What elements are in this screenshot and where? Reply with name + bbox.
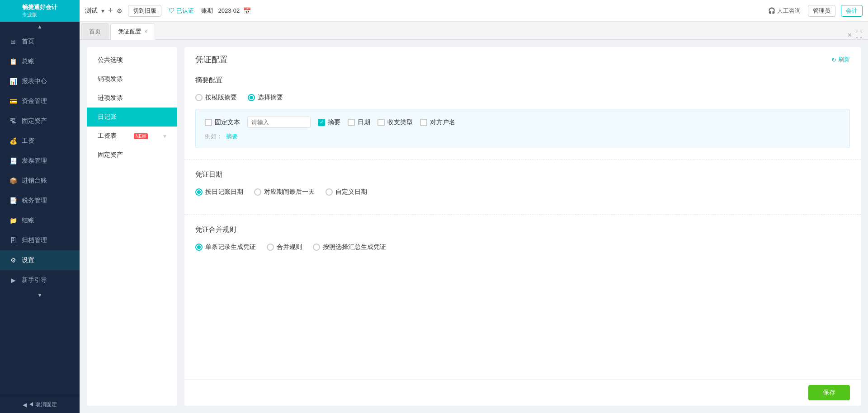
date-option3-label: 自定义日期 (335, 188, 367, 196)
sidebar-label-tax: 税务管理 (22, 197, 47, 205)
period-value: 2023-02 (218, 7, 240, 14)
left-nav-item-diary[interactable]: 日记账 (87, 108, 177, 127)
sidebar-item-reports[interactable]: 📊 报表中心 (0, 71, 80, 91)
gear-icon[interactable]: ⚙ (117, 7, 123, 14)
sidebar-label-guide: 新手引导 (22, 276, 47, 284)
income-type-checkbox-label: 收支类型 (387, 118, 413, 127)
home-icon: ⊞ (9, 38, 17, 46)
left-nav-item-sales[interactable]: 销项发票 (87, 70, 177, 89)
sidebar-scroll-down[interactable]: ▼ (0, 290, 80, 300)
merge-radio3[interactable] (313, 244, 320, 251)
summary-row: 固定文本 摘要 日期 (205, 117, 840, 128)
dropdown-icon[interactable]: ▾ (101, 7, 104, 14)
verified-text: 已认证 (176, 7, 194, 15)
sidebar-label-home: 首页 (22, 38, 34, 46)
date-radio1[interactable] (195, 188, 203, 196)
merge-option1[interactable]: 单条记录生成凭证 (195, 243, 256, 251)
date-checkbox[interactable] (348, 119, 355, 126)
counterparty-checkbox[interactable] (420, 119, 427, 126)
sidebar-item-trade[interactable]: 📦 进销台账 (0, 171, 80, 191)
sidebar-item-home[interactable]: ⊞ 首页 (0, 32, 80, 52)
admin-btn[interactable]: 管理员 (808, 5, 835, 17)
merge-radio1[interactable] (195, 244, 203, 251)
tab-home-label: 首页 (89, 28, 101, 36)
income-type-checkbox-option[interactable]: 收支类型 (377, 118, 413, 127)
summary-checkbox[interactable] (318, 119, 325, 126)
merge-option2[interactable]: 合并规则 (267, 243, 302, 251)
summary-checkbox-label: 摘要 (328, 118, 340, 127)
summary-radio-group: 按模版摘要 选择摘要 (195, 94, 850, 102)
sidebar-item-ledger[interactable]: 📋 总账 (0, 52, 80, 71)
tab-config[interactable]: 凭证配置 × (110, 23, 155, 40)
fixed-text-checkbox[interactable] (205, 119, 212, 126)
settings-icon: ⚙ (9, 256, 17, 264)
sidebar-label-settings: 设置 (22, 256, 34, 264)
left-nav-label-diary: 日记账 (98, 113, 117, 120)
sidebar-item-settings[interactable]: ⚙ 设置 (0, 250, 80, 270)
date-checkbox-option[interactable]: 日期 (348, 118, 370, 127)
date-radio3[interactable] (326, 188, 333, 196)
summary-radio1[interactable] (195, 94, 203, 101)
tax-icon: 📑 (9, 197, 17, 205)
logo-sub: 专业版 (22, 11, 57, 18)
merge-radio2[interactable] (267, 244, 274, 251)
page-title: 凭证配置 (195, 54, 228, 65)
summary-radio2[interactable] (248, 94, 255, 101)
save-btn[interactable]: 保存 (808, 385, 850, 400)
logo: 畅捷通好会计 专业版 (22, 3, 57, 18)
service-btn[interactable]: 🎧 人工咨询 (768, 7, 801, 15)
summary-box: 固定文本 摘要 日期 (195, 109, 850, 148)
refresh-label: 刷新 (838, 56, 850, 64)
tab-home[interactable]: 首页 (81, 23, 108, 39)
merge-option1-label: 单条记录生成凭证 (205, 243, 256, 251)
cancel-fixed-btn[interactable]: ◀ ◀ 取消固定 (0, 396, 80, 413)
left-nav-label-payroll: 工资表 (98, 132, 117, 140)
fixed-text-option[interactable]: 固定文本 (205, 118, 240, 127)
counterparty-checkbox-label: 对方户名 (430, 118, 455, 127)
income-type-checkbox[interactable] (377, 119, 385, 126)
tab-close-icon[interactable]: × (144, 28, 147, 35)
switch-old-btn[interactable]: 切到旧版 (128, 5, 161, 17)
sidebar-item-guide[interactable]: ▶ 新手引导 (0, 270, 80, 290)
sidebar-label-closing: 结账 (22, 216, 34, 225)
tab-expand-btn[interactable]: ⛶ (855, 31, 863, 39)
summary-checkbox-option[interactable]: 摘要 (318, 118, 340, 127)
left-nav-item-payroll[interactable]: 工资表 NEW ▾ (87, 127, 177, 145)
date-option1[interactable]: 按日记账日期 (195, 188, 243, 196)
sidebar-item-invoice[interactable]: 🧾 发票管理 (0, 151, 80, 171)
summary-section: 摘要配置 按模版摘要 选择摘要 (184, 65, 861, 160)
sidebar-label-invoice: 发票管理 (22, 157, 47, 165)
date-option3[interactable]: 自定义日期 (326, 188, 367, 196)
summary-option2[interactable]: 选择摘要 (248, 94, 283, 102)
merge-option3[interactable]: 按照选择汇总生成凭证 (313, 243, 386, 251)
left-nav-item-public[interactable]: 公共选项 (87, 51, 177, 70)
topbar: 畅捷通好会计 专业版 测试 ▾ + ⚙ 切到旧版 🛡 已认证 账期 2023-0… (0, 0, 868, 22)
summary-option1[interactable]: 按模版摘要 (195, 94, 237, 102)
sidebar-item-archive[interactable]: 🗄 归档管理 (0, 230, 80, 250)
counterparty-checkbox-option[interactable]: 对方户名 (420, 118, 455, 127)
date-radio2[interactable] (254, 188, 261, 196)
refresh-btn[interactable]: ↻ 刷新 (831, 56, 850, 64)
tab-close-btn[interactable]: × (848, 31, 852, 39)
sidebar-item-salary[interactable]: 💰 工资 (0, 131, 80, 151)
summary-option2-label: 选择摘要 (258, 94, 283, 102)
add-icon[interactable]: + (108, 6, 113, 15)
sidebar-label-reports: 报表中心 (22, 77, 47, 85)
sidebar-scroll-up[interactable]: ▲ (0, 22, 80, 32)
sidebar-item-closing[interactable]: 📁 结账 (0, 211, 80, 230)
accountant-btn[interactable]: 会计 (841, 5, 863, 17)
sidebar-item-tax[interactable]: 📑 税务管理 (0, 191, 80, 211)
sidebar-item-assets[interactable]: 🏗 固定资产 (0, 111, 80, 131)
content-area: 首页 凭证配置 × × ⛶ 公共选项 销项发票 进项发票 (80, 22, 868, 413)
sidebar-item-capital[interactable]: 💳 资金管理 (0, 91, 80, 111)
sidebar-label-salary: 工资 (22, 137, 34, 145)
ledger-icon: 📋 (9, 57, 17, 66)
left-nav-item-purchase[interactable]: 进项发票 (87, 89, 177, 108)
date-option1-label: 按日记账日期 (205, 188, 243, 196)
date-radio-group: 按日记账日期 对应期间最后一天 自定义日期 (195, 188, 850, 196)
fixed-text-input[interactable] (247, 117, 311, 128)
fixed-text-label: 固定文本 (215, 118, 240, 127)
left-nav-item-fixed-assets[interactable]: 固定资产 (87, 145, 177, 164)
calendar-icon[interactable]: 📅 (243, 7, 251, 14)
date-option2[interactable]: 对应期间最后一天 (254, 188, 315, 196)
